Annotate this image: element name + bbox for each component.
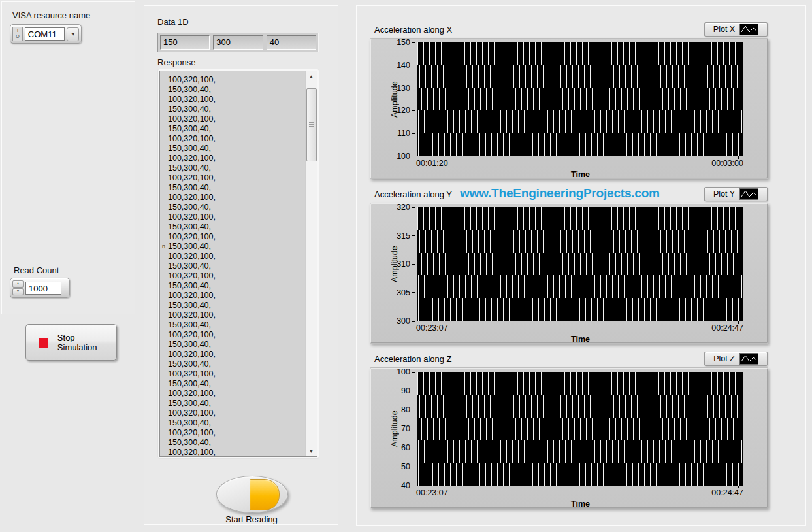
down-arrow-icon: ▼ bbox=[309, 448, 314, 454]
plot-area bbox=[417, 207, 743, 321]
chart-acceleration-x: Acceleration along X Plot X Amplitude 15… bbox=[370, 22, 768, 179]
y-tick-label: 300 bbox=[397, 316, 410, 325]
toggle-state-icon bbox=[250, 479, 280, 510]
response-label: Response bbox=[157, 58, 196, 67]
y-axis-ticks: 320 315 310 305 300 bbox=[380, 207, 415, 321]
y-tick-label: 310 bbox=[397, 259, 410, 269]
read-count-input[interactable]: 1000 bbox=[25, 282, 61, 295]
visa-dropdown-button[interactable]: ▼ bbox=[67, 27, 79, 41]
chart-frame: Amplitude 100 90 80 70 60 bbox=[370, 367, 768, 508]
response-line: 150,300,40, bbox=[168, 85, 304, 95]
stop-simulation-button[interactable]: Stop Simulation bbox=[25, 324, 117, 361]
y-tick-label: 80 bbox=[401, 405, 410, 414]
y-axis-ticks: 100 90 80 70 60 50 bbox=[380, 372, 415, 486]
y-tick-mark bbox=[412, 448, 415, 448]
legend-label: Plot Y bbox=[713, 190, 735, 199]
scrollbar-thumb[interactable] bbox=[306, 88, 317, 161]
response-line: 150,300,40, bbox=[168, 261, 304, 271]
chart-title: Acceleration along X bbox=[374, 25, 452, 35]
response-line: 150,300,40, bbox=[168, 105, 304, 114]
response-line: 100,320,100, bbox=[168, 330, 304, 340]
response-line: 150,300,40, bbox=[168, 222, 304, 232]
array-element[interactable]: 150 bbox=[160, 35, 210, 50]
response-line: 100,320,100, bbox=[168, 350, 304, 359]
x-axis-label: Time bbox=[417, 499, 743, 508]
y-tick-label: 50 bbox=[401, 462, 410, 471]
y-tick-mark bbox=[412, 410, 415, 410]
x-axis-label: Time bbox=[417, 170, 743, 179]
y-tick-label: 90 bbox=[401, 386, 410, 395]
start-reading-button[interactable] bbox=[216, 476, 288, 513]
stop-square-icon bbox=[39, 338, 48, 348]
y-tick-mark bbox=[412, 42, 415, 43]
response-line: 150,300,40, bbox=[168, 163, 304, 173]
y-tick-label: 60 bbox=[401, 443, 410, 452]
visa-resource-input[interactable]: COM11 bbox=[25, 27, 65, 41]
waveform-icon bbox=[739, 24, 758, 35]
x-end-label: 00:03:00 bbox=[711, 159, 743, 168]
decrement-button[interactable]: ▼ bbox=[12, 288, 24, 295]
array-element[interactable]: 40 bbox=[267, 35, 316, 50]
chart-title: Acceleration along Y bbox=[374, 190, 452, 199]
plot-area bbox=[417, 372, 743, 486]
response-line: 100,320,100, bbox=[168, 154, 304, 163]
stop-button-label: Stop Simulation bbox=[57, 333, 116, 352]
legend-label: Plot X bbox=[713, 25, 735, 34]
chart-acceleration-y: Acceleration along Y Plot Y Amplitude 32… bbox=[370, 187, 768, 344]
plot-legend[interactable]: Plot Z bbox=[704, 352, 768, 366]
y-tick-mark bbox=[412, 264, 415, 265]
scroll-up-button[interactable]: ▲ bbox=[306, 71, 317, 82]
labview-front-panel: VISA resource name I O COM11 ▼ Read Coun… bbox=[0, 0, 812, 532]
vertical-scrollbar[interactable]: ▲ ▼ bbox=[305, 71, 317, 456]
response-line: 150,300,40, bbox=[168, 281, 304, 291]
increment-button[interactable]: ▲ bbox=[12, 280, 24, 288]
x-start-label: 00:23:07 bbox=[416, 324, 448, 333]
x-axis-label: Time bbox=[417, 335, 743, 344]
y-tick-mark bbox=[412, 321, 415, 322]
y-tick-mark bbox=[412, 65, 415, 65]
response-line: 150,300,40, bbox=[168, 418, 304, 428]
serial-settings-panel: VISA resource name I O COM11 ▼ Read Coun… bbox=[1, 1, 135, 314]
response-line: 100,320,100, bbox=[168, 75, 304, 85]
y-tick-mark bbox=[412, 88, 415, 88]
response-line: 100,320,100, bbox=[168, 389, 304, 399]
response-line: 100,320,100, bbox=[168, 252, 304, 261]
x-end-label: 00:24:47 bbox=[711, 488, 743, 497]
chart-title: Acceleration along Z bbox=[374, 354, 452, 364]
scroll-down-button[interactable]: ▼ bbox=[306, 446, 317, 456]
y-tick-label: 120 bbox=[397, 106, 410, 115]
response-line: 100,320,100, bbox=[168, 232, 304, 242]
response-text-area[interactable]: 100,320,100,150,300,40,100,320,100,150,3… bbox=[159, 71, 317, 457]
y-tick-label: 140 bbox=[397, 61, 410, 70]
response-box: 100,320,100,150,300,40,100,320,100,150,3… bbox=[157, 69, 319, 459]
response-line: 150,300,40, bbox=[168, 379, 304, 389]
response-line: 100,320,100, bbox=[168, 95, 304, 105]
waveform-icon bbox=[739, 353, 758, 365]
response-line: 150,300,40, bbox=[168, 320, 304, 330]
data1d-label: Data 1D bbox=[157, 17, 189, 27]
data1d-array: 15030040 bbox=[157, 33, 319, 52]
up-arrow-icon: ▲ bbox=[309, 74, 314, 80]
response-lines: 100,320,100,150,300,40,100,320,100,150,3… bbox=[168, 75, 304, 457]
numeric-spinner: ▲ ▼ bbox=[12, 280, 24, 295]
y-tick-label: 320 bbox=[397, 203, 410, 212]
response-line: 150,300,40, bbox=[168, 124, 304, 134]
read-count-control: ▲ ▼ 1000 bbox=[10, 278, 70, 298]
plot-legend[interactable]: Plot X bbox=[704, 22, 768, 37]
response-line: 100,320,100, bbox=[168, 408, 304, 418]
y-tick-mark bbox=[412, 372, 415, 373]
response-line: 100,320,100, bbox=[168, 212, 304, 222]
array-element[interactable]: 300 bbox=[213, 35, 263, 50]
y-tick-label: 315 bbox=[397, 231, 410, 241]
y-tick-label: 40 bbox=[401, 481, 410, 490]
plot-legend[interactable]: Plot Y bbox=[704, 187, 768, 201]
io-terminal-icon: I O bbox=[12, 27, 23, 41]
y-tick-mark bbox=[412, 391, 415, 391]
y-tick-label: 110 bbox=[397, 129, 410, 138]
y-tick-mark bbox=[412, 467, 415, 467]
waveform-icon bbox=[739, 188, 758, 200]
charts-panel: Acceleration along X Plot X Amplitude 15… bbox=[356, 5, 806, 526]
y-tick-mark bbox=[412, 133, 415, 134]
y-tick-label: 305 bbox=[397, 288, 410, 297]
response-line: 100,320,100, bbox=[168, 291, 304, 301]
